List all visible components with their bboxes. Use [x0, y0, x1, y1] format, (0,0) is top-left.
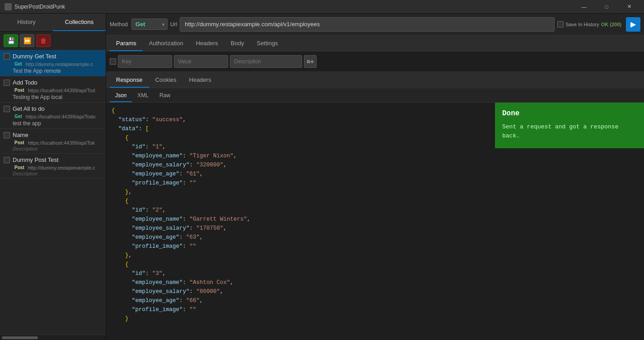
method-badge-4: Post: [13, 140, 26, 146]
sidebar: History Collections 💾 ⏩ 🗑 Dummy Get Test…: [0, 14, 106, 340]
item-subname-2: Testing the App local: [4, 94, 102, 100]
url-input[interactable]: [180, 17, 555, 32]
method-label: Method: [110, 21, 128, 28]
params-area: ≡+: [106, 52, 644, 71]
save-history-area: Save In History OK (200): [557, 21, 621, 28]
response-section: Response Cookies Headers Json XML Raw Do…: [106, 71, 644, 340]
sidebar-list: Dummy Get Test Get http://dummy.restapie…: [0, 50, 106, 335]
tab-json[interactable]: Json: [110, 90, 132, 102]
response-tabs-bar: Response Cookies Headers: [106, 72, 644, 88]
list-item[interactable]: Get All to do Get https://localhost:4439…: [0, 103, 106, 129]
item-checkbox-1[interactable]: [4, 53, 10, 60]
tab-headers[interactable]: Headers: [190, 36, 224, 51]
save-button[interactable]: 💾: [4, 34, 18, 47]
method-badge-1: Get: [13, 61, 24, 67]
app-body: History Collections 💾 ⏩ 🗑 Dummy Get Test…: [0, 14, 644, 340]
list-item[interactable]: Dummy Post Test Post http://dummy.restap…: [0, 154, 106, 179]
close-button[interactable]: ✕: [619, 0, 639, 14]
item-url-2: https://localhost:44399/api/Tod: [28, 88, 95, 93]
param-key-input[interactable]: [118, 55, 172, 68]
item-desc-5: Description: [4, 171, 102, 176]
list-item[interactable]: Name Post https://localhost:44399/api/To…: [0, 129, 106, 154]
item-name-4: Name: [13, 132, 28, 138]
list-item[interactable]: Add Todo Post https://localhost:44399/ap…: [0, 76, 106, 103]
item-url-5: http://dummy.restapiexample.c: [28, 165, 95, 170]
tab-params[interactable]: Params: [110, 36, 143, 51]
item-checkbox-2[interactable]: [4, 80, 10, 86]
item-name-5: Dummy Post Test: [13, 156, 59, 163]
item-subname-1: Test the App remote: [4, 68, 102, 74]
done-notification: Done Sent a request and got a response b…: [495, 103, 644, 148]
tab-response-headers[interactable]: Headers: [183, 73, 218, 88]
tab-authorization[interactable]: Authorization: [143, 36, 190, 51]
method-select-wrapper: Get Post Put Delete Patch: [131, 19, 168, 30]
tab-history[interactable]: History: [0, 14, 53, 31]
item-name-3: Get All to do: [13, 105, 45, 112]
item-name-2: Add Todo: [13, 79, 37, 86]
response-body: Done Sent a request and got a response b…: [106, 103, 644, 340]
title-bar-controls: — □ ✕: [574, 0, 639, 14]
tab-body[interactable]: Body: [224, 36, 251, 51]
save-history-label: Save In History: [565, 22, 599, 27]
method-badge-2: Post: [13, 87, 26, 93]
done-message: Sent a request and got a response back.: [502, 123, 637, 142]
request-bar: Method Get Post Put Delete Patch Url Sav…: [106, 14, 644, 35]
app-icon: [5, 3, 12, 10]
param-value-input[interactable]: [174, 55, 228, 68]
param-checkbox[interactable]: [110, 58, 116, 65]
method-badge-3: Get: [13, 113, 24, 119]
response-format-tabs: Json XML Raw: [106, 88, 644, 103]
add-param-button[interactable]: ≡+: [304, 55, 317, 68]
url-label: Url: [170, 21, 177, 28]
item-checkbox-3[interactable]: [4, 106, 10, 112]
param-description-input[interactable]: [230, 55, 302, 68]
item-checkbox-4[interactable]: [4, 132, 10, 138]
title-bar-left: SuperPostDroidPunk: [5, 3, 65, 10]
delete-button[interactable]: 🗑: [36, 34, 51, 47]
ok-status-badge: OK (200): [601, 22, 621, 27]
method-select[interactable]: Get Post Put Delete Patch: [131, 19, 168, 30]
item-url-3: https://localhost:44399/api/Todo: [26, 114, 96, 119]
item-subname-3: test the app: [4, 120, 102, 127]
item-checkbox-5[interactable]: [4, 157, 10, 163]
request-tabs-bar: Params Authorization Headers Body Settin…: [106, 35, 644, 52]
save-history-checkbox[interactable]: [557, 21, 564, 28]
sidebar-scroll-thumb: [2, 336, 38, 339]
sidebar-toolbar: 💾 ⏩ 🗑: [0, 32, 106, 50]
tab-xml[interactable]: XML: [132, 90, 154, 102]
forward-button[interactable]: ⏩: [20, 34, 34, 47]
tab-collections[interactable]: Collections: [53, 14, 106, 31]
tab-response[interactable]: Response: [110, 73, 149, 88]
sidebar-scrollbar[interactable]: [0, 335, 106, 340]
tab-raw[interactable]: Raw: [154, 90, 176, 102]
method-badge-5: Post: [13, 165, 26, 170]
main-content: Method Get Post Put Delete Patch Url Sav…: [106, 14, 644, 340]
item-url-4: https://localhost:44399/api/Tok: [28, 140, 95, 146]
minimize-button[interactable]: —: [574, 0, 594, 14]
item-url-1: http://dummy.restapiexample.c: [26, 61, 93, 67]
app-title: SuperPostDroidPunk: [14, 4, 65, 10]
item-name-1: Dummy Get Test: [13, 53, 56, 60]
maximize-button[interactable]: □: [596, 0, 617, 14]
tab-cookies[interactable]: Cookies: [149, 73, 183, 88]
done-title: Done: [502, 108, 637, 120]
send-button[interactable]: ▶: [626, 17, 640, 32]
tab-settings[interactable]: Settings: [250, 36, 284, 51]
list-item[interactable]: Dummy Get Test Get http://dummy.restapie…: [0, 50, 106, 76]
sidebar-tabs: History Collections: [0, 14, 106, 32]
item-desc-4: Description: [4, 146, 102, 151]
title-bar: SuperPostDroidPunk — □ ✕: [0, 0, 644, 14]
